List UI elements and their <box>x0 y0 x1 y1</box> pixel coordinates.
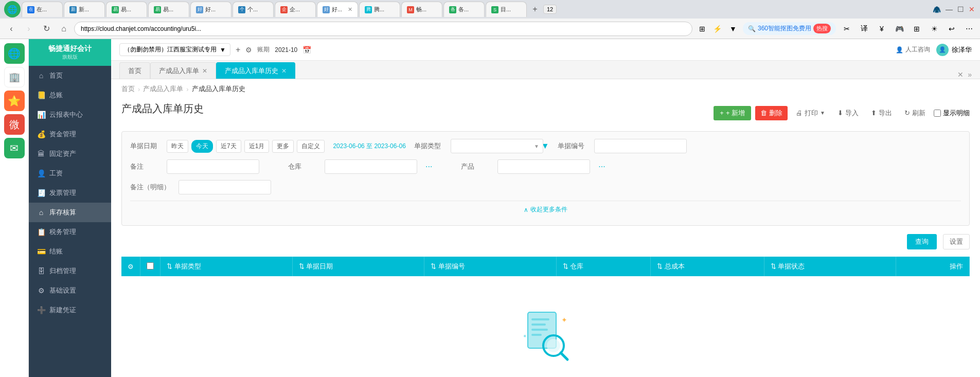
add-company-btn[interactable]: + <box>236 45 240 55</box>
tab-t1[interactable]: 在 在... <box>22 2 63 17</box>
th-date-sort-icon[interactable]: ⇅ <box>299 262 305 270</box>
product-filter-input[interactable] <box>497 159 590 174</box>
page-tab-history[interactable]: 产成品入库单历史 ✕ <box>216 62 295 79</box>
setting-button[interactable]: 设置 <box>943 234 970 249</box>
refresh-button[interactable]: ↻ <box>39 22 54 36</box>
more-tabs-icon[interactable]: » <box>968 70 972 79</box>
sidebar-item-home[interactable]: ⌂ 首页 <box>29 66 111 85</box>
delete-button[interactable]: 🗑 删除 <box>755 106 788 120</box>
query-button[interactable]: 查询 <box>907 234 937 249</box>
lightning-icon[interactable]: ⚡ <box>711 22 724 35</box>
th-cost-sort-icon[interactable]: ⇅ <box>657 262 663 270</box>
tab-t2[interactable]: 新 新... <box>64 2 105 17</box>
sidebar-item-invoice[interactable]: 🧾 发票管理 <box>29 183 111 203</box>
breadcrumb-list[interactable]: 产成品入库单 <box>143 84 183 94</box>
tab-t11[interactable]: 各 各... <box>443 2 485 17</box>
scissors-icon[interactable]: ✂ <box>840 22 853 35</box>
sidebar-item-assets[interactable]: 🏛 固定资产 <box>29 144 111 164</box>
chevron-down-icon[interactable]: ▼ <box>726 22 740 35</box>
note-detail-input[interactable] <box>179 180 271 194</box>
page-tab-list-close[interactable]: ✕ <box>202 67 207 75</box>
close-icon[interactable]: ✕ <box>957 70 964 79</box>
product-dots[interactable]: ··· <box>598 162 605 171</box>
import-button[interactable]: ⬇ 导入 <box>833 106 863 120</box>
close-button[interactable]: ✕ <box>968 5 976 13</box>
user-info[interactable]: 👤 徐泽华 <box>936 44 972 56</box>
side-close-btn[interactable]: ✕ » <box>957 70 972 79</box>
sidebar-item-tax[interactable]: 📋 税务管理 <box>29 222 111 242</box>
app-icon-star[interactable]: ⭐ <box>4 91 25 111</box>
address-input[interactable] <box>74 22 692 36</box>
sidebar-item-funds[interactable]: 💰 资金管理 <box>29 124 111 144</box>
restore-down-icon[interactable]: 🧥 <box>932 4 942 14</box>
tab-t5[interactable]: 好 好... <box>190 2 231 17</box>
translate-icon[interactable]: 译 <box>858 22 871 35</box>
sidebar-item-archive[interactable]: 🗄 归档管理 <box>29 261 111 281</box>
th-warehouse-sort-icon[interactable]: ⇅ <box>563 262 568 270</box>
display-detail[interactable]: 显示明细 <box>934 109 970 118</box>
date-yesterday[interactable]: 昨天 <box>167 140 188 153</box>
tab-t4[interactable]: 易 易... <box>148 2 189 17</box>
forward-button[interactable]: › <box>22 22 36 36</box>
breadcrumb-home[interactable]: 首页 <box>121 84 135 94</box>
gamepad-icon[interactable]: 🎮 <box>893 22 906 35</box>
minimize-button[interactable]: — <box>945 5 953 13</box>
calendar-icon[interactable]: 📅 <box>302 46 311 54</box>
export-button[interactable]: ⬆ 导出 <box>867 106 896 120</box>
grid2-icon[interactable]: ⊞ <box>910 22 923 35</box>
tab-t8[interactable]: 好 好... ✕ <box>317 2 358 17</box>
gear-icon[interactable]: ⚙ <box>128 263 134 271</box>
grid-icon[interactable]: ⊞ <box>696 22 709 35</box>
date-today[interactable]: 今天 <box>191 140 213 153</box>
sidebar-item-newvoucher[interactable]: ➕ 新建凭证 <box>29 300 111 320</box>
sidebar-item-ledger[interactable]: 📒 总账 <box>29 85 111 105</box>
sidebar-item-inventory[interactable]: ⌂ 库存核算 <box>29 203 111 222</box>
back-button[interactable]: ‹ <box>4 22 19 36</box>
tab-t12[interactable]: S 目... <box>486 2 527 17</box>
new-tab-button[interactable]: + <box>528 2 542 16</box>
company-selector[interactable]: （勿删勿禁用）江西服宝测试专用 ▼ <box>119 43 230 56</box>
brightness-icon[interactable]: ☀ <box>928 22 941 35</box>
app-icon-weibo[interactable]: 微 <box>4 114 25 135</box>
tab-t3[interactable]: 易 易... <box>106 2 147 17</box>
collapse-bar[interactable]: ∧ 收起更多条件 <box>130 201 961 218</box>
refresh-button[interactable]: ↻ 刷新 <box>900 106 930 120</box>
page-tab-home[interactable]: 首页 <box>119 62 150 79</box>
th-status-sort-icon[interactable]: ⇅ <box>771 262 776 270</box>
th-check[interactable] <box>140 257 161 276</box>
undo-icon[interactable]: ↩ <box>945 22 958 35</box>
tab-close-t8[interactable]: ✕ <box>348 6 352 13</box>
user-service[interactable]: 👤 人工咨询 <box>896 45 930 54</box>
maximize-button[interactable]: ☐ <box>956 5 965 13</box>
th-number-sort-icon[interactable]: ⇅ <box>431 262 436 270</box>
date-custom[interactable]: 自定义 <box>297 140 325 153</box>
currency-icon[interactable]: ¥ <box>875 22 888 35</box>
page-tab-list[interactable]: 产成品入库单 ✕ <box>150 62 216 79</box>
th-gear[interactable]: ⚙ <box>121 257 140 276</box>
add-button[interactable]: + + 新增 <box>714 106 751 120</box>
app-icon-360[interactable]: 🌐 <box>4 43 25 64</box>
sidebar-item-reports[interactable]: 📊 云报表中心 <box>29 105 111 124</box>
number-filter-input[interactable] <box>594 139 687 153</box>
select-all-checkbox[interactable] <box>147 262 154 270</box>
page-tab-history-close[interactable]: ✕ <box>281 67 287 75</box>
app-icon-changjie[interactable]: 🏢 <box>4 67 25 87</box>
print-button[interactable]: 🖨 打印 ▼ <box>792 106 829 120</box>
settings-gear-icon[interactable]: ⚙ <box>245 46 252 54</box>
sidebar-item-checkout[interactable]: 💳 结账 <box>29 242 111 261</box>
sidebar-item-basic[interactable]: ⚙ 基础设置 <box>29 281 111 300</box>
warehouse-filter-input[interactable] <box>325 159 417 174</box>
sidebar-item-payroll[interactable]: 👤 工资 <box>29 164 111 183</box>
warehouse-dots[interactable]: ··· <box>425 162 432 171</box>
type-filter-select[interactable] <box>451 139 543 153</box>
note-filter-input[interactable] <box>167 159 259 174</box>
home-button[interactable]: ⌂ <box>57 22 71 36</box>
display-detail-checkbox[interactable] <box>934 110 941 117</box>
date-more[interactable]: 更多 <box>272 140 294 153</box>
app-icon-mail[interactable]: ✉ <box>4 138 25 158</box>
search-bar[interactable]: 🔍 360智能抠图免费用 热搜 <box>743 22 836 35</box>
th-type-sort-icon[interactable]: ⇅ <box>167 262 172 270</box>
date-1month[interactable]: 近1月 <box>244 140 270 153</box>
tab-t7[interactable]: 企 企... <box>275 2 316 17</box>
tab-t10[interactable]: M 畅... <box>401 2 442 17</box>
